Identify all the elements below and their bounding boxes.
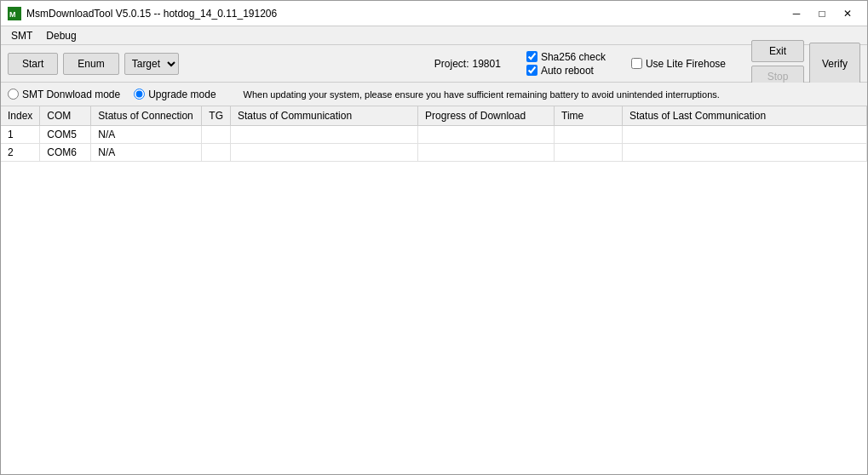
- titlebar: M MsmDownloadTool V5.0.15 -- hotdog_14_0…: [1, 1, 867, 26]
- use-lite-checkbox[interactable]: [631, 58, 642, 69]
- close-button[interactable]: ✕: [835, 5, 860, 22]
- table-cell-0-0: 1: [1, 126, 40, 144]
- col-header-status-conn: Status of Connection: [91, 106, 202, 126]
- use-lite-row: Use Lite Firehose: [631, 58, 726, 70]
- toolbar: Start Enum Target Project: 19801 Sha256 …: [1, 45, 867, 83]
- verify-button[interactable]: Verify: [809, 43, 860, 85]
- enum-button[interactable]: Enum: [63, 53, 118, 75]
- col-header-progress: Progress of Download: [418, 106, 555, 126]
- table-cell-1-4: [231, 144, 418, 162]
- table-cell-0-5: [418, 126, 555, 144]
- table-cell-1-0: 2: [1, 144, 40, 162]
- titlebar-controls: ─ □ ✕: [784, 5, 860, 22]
- titlebar-left: M MsmDownloadTool V5.0.15 -- hotdog_14_0…: [8, 7, 277, 20]
- start-button[interactable]: Start: [8, 53, 58, 75]
- upgrade-mode-text: Upgrade mode: [148, 89, 216, 100]
- use-lite-label[interactable]: Use Lite Firehose: [646, 58, 726, 70]
- col-header-com: COM: [40, 106, 91, 126]
- target-select[interactable]: Target: [124, 53, 179, 75]
- menu-debug[interactable]: Debug: [39, 28, 83, 43]
- maximize-button[interactable]: □: [809, 5, 835, 22]
- table-row: 2COM6N/A: [1, 144, 867, 162]
- main-table: Index COM Status of Connection TG Status…: [1, 106, 867, 162]
- table-cell-1-1: COM6: [40, 144, 91, 162]
- table-cell-0-6: [555, 126, 623, 144]
- sha256-label[interactable]: Sha256 check: [541, 51, 606, 63]
- table-cell-1-3: [202, 144, 231, 162]
- project-prefix: Project:: [434, 58, 469, 70]
- menu-smt[interactable]: SMT: [4, 28, 39, 43]
- table-cell-1-6: [555, 144, 623, 162]
- project-value: 19801: [473, 58, 501, 70]
- table-cell-1-2: N/A: [91, 144, 202, 162]
- upgrade-mode-label[interactable]: Upgrade mode: [134, 89, 216, 100]
- smt-mode-text: SMT Donwload mode: [22, 89, 120, 100]
- auto-reboot-label[interactable]: Auto reboot: [541, 65, 594, 77]
- notice-text: When updating your system, please ensure…: [244, 89, 720, 100]
- app-icon: M: [8, 7, 21, 20]
- table-cell-0-3: [202, 126, 231, 144]
- table-cell-0-2: N/A: [91, 126, 202, 144]
- auto-reboot-row: Auto reboot: [526, 65, 606, 77]
- smt-mode-radio[interactable]: [8, 89, 19, 100]
- window-title: MsmDownloadTool V5.0.15 -- hotdog_14_0.1…: [26, 8, 277, 20]
- exit-button[interactable]: Exit: [751, 40, 804, 62]
- table-cell-1-5: [418, 144, 555, 162]
- svg-text:M: M: [9, 10, 16, 19]
- table-cell-0-7: [623, 126, 867, 144]
- table-body: 1COM5N/A2COM6N/A: [1, 126, 867, 162]
- table-area: Index COM Status of Connection TG Status…: [1, 106, 867, 474]
- project-label: Project: 19801: [434, 58, 501, 70]
- col-header-index: Index: [1, 106, 40, 126]
- right-buttons: Exit Stop Verify: [751, 40, 860, 88]
- table-cell-0-1: COM5: [40, 126, 91, 144]
- mode-bar: SMT Donwload mode Upgrade mode When upda…: [1, 83, 867, 106]
- main-window: M MsmDownloadTool V5.0.15 -- hotdog_14_0…: [0, 0, 868, 475]
- table-cell-0-4: [231, 126, 418, 144]
- exit-stop-wrap: Exit Stop: [751, 40, 804, 88]
- table-row: 1COM5N/A: [1, 126, 867, 144]
- auto-reboot-checkbox[interactable]: [526, 65, 537, 76]
- col-header-time: Time: [555, 106, 623, 126]
- sha256-checkbox[interactable]: [526, 51, 537, 62]
- col-header-status-last: Status of Last Communication: [623, 106, 867, 126]
- table-cell-1-7: [623, 144, 867, 162]
- sha256-row: Sha256 check: [526, 51, 606, 63]
- checkbox-group2: Use Lite Firehose: [631, 58, 726, 70]
- col-header-tg: TG: [202, 106, 231, 126]
- col-header-status-comm: Status of Communication: [231, 106, 418, 126]
- smt-mode-label[interactable]: SMT Donwload mode: [8, 89, 120, 100]
- target-select-wrap: Target: [124, 53, 179, 75]
- checkbox-group: Sha256 check Auto reboot: [526, 51, 606, 77]
- minimize-button[interactable]: ─: [784, 5, 809, 22]
- menubar: SMT Debug: [1, 26, 867, 45]
- upgrade-mode-radio[interactable]: [134, 89, 145, 100]
- table-header-row: Index COM Status of Connection TG Status…: [1, 106, 867, 126]
